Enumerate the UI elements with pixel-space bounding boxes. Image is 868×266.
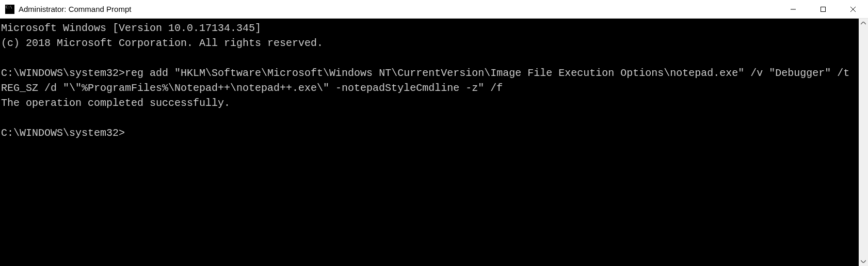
scroll-down-button[interactable] <box>859 257 868 266</box>
maximize-icon <box>820 6 826 12</box>
close-icon <box>850 6 856 12</box>
chevron-down-icon <box>861 260 866 263</box>
prompt: C:\WINDOWS\system32> <box>1 127 125 139</box>
prompt: C:\WINDOWS\system32> <box>1 67 125 79</box>
minimize-button[interactable] <box>778 0 808 18</box>
minimize-icon <box>790 6 796 12</box>
scroll-up-button[interactable] <box>859 19 868 28</box>
vertical-scrollbar[interactable] <box>859 19 868 266</box>
maximize-button[interactable] <box>808 0 838 18</box>
window-titlebar: Administrator: Command Prompt <box>0 0 868 19</box>
svg-rect-1 <box>821 7 826 11</box>
content-area: Microsoft Windows [Version 10.0.17134.34… <box>0 19 868 266</box>
result-line: The operation completed successfully. <box>1 97 230 109</box>
close-button[interactable] <box>838 0 868 18</box>
cmd-icon <box>5 5 14 14</box>
command-text: reg add "HKLM\Software\Microsoft\Windows… <box>1 67 856 94</box>
terminal-output[interactable]: Microsoft Windows [Version 10.0.17134.34… <box>0 19 859 266</box>
version-line: Microsoft Windows [Version 10.0.17134.34… <box>1 22 261 34</box>
chevron-up-icon <box>861 22 866 25</box>
copyright-line: (c) 2018 Microsoft Corporation. All righ… <box>1 37 323 49</box>
window-controls <box>778 0 868 18</box>
window-title: Administrator: Command Prompt <box>19 5 778 13</box>
